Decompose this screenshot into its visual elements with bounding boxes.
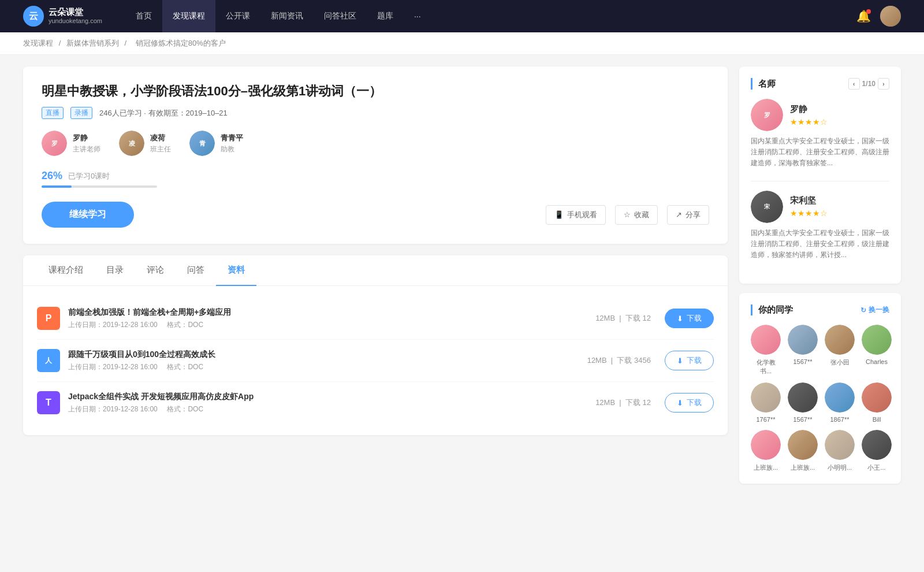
famous-teacher-1: 宋 宋利坚 ★★★★☆ 国内某重点大学安全工程专业硕士，国家一级注册消防工程师、… <box>751 191 889 261</box>
nav-news[interactable]: 新闻资讯 <box>260 0 314 32</box>
download-icon-2: ⬇ <box>677 399 683 407</box>
classmate-name-11: 小王... <box>867 463 885 472</box>
classmate-name-5: 1567** <box>793 416 812 423</box>
classmate-avatar-1[interactable] <box>788 325 818 355</box>
classmate-name-8: 上班族... <box>754 463 778 472</box>
phone-icon: 📱 <box>554 210 564 219</box>
resource-format-1: 格式：DOC <box>167 363 203 371</box>
resource-icon-0: P <box>37 307 60 330</box>
resource-info-0: 前端全栈加强版！前端全栈+全周期+多端应用 上传日期：2019-12-28 16… <box>68 307 595 330</box>
teacher-name-1: 凌荷 <box>150 133 171 143</box>
classmate-0: 化学教书... <box>751 325 781 376</box>
nav-quiz[interactable]: 题库 <box>367 0 404 32</box>
breadcrumb-series[interactable]: 新媒体营销系列 <box>66 39 119 47</box>
teacher-avatar-1: 凌 <box>119 131 144 156</box>
resource-title-1: 跟随千万级项目从0到100全过程高效成长 <box>68 350 587 360</box>
famous-teachers-title: 名师 <box>758 79 776 90</box>
classmate-avatar-7[interactable] <box>862 382 892 413</box>
famous-teacher-name-0: 罗静 <box>790 104 828 115</box>
classmate-avatar-10[interactable] <box>825 430 855 460</box>
teacher-linghe: 凌 凌荷 班主任 <box>119 131 171 156</box>
resource-stats-2: 12MB | 下载 12 <box>595 398 651 408</box>
classmates-card: 你的同学 ↻ 换一换 化学教书... 1567** <box>739 293 901 484</box>
teacher-page: 1/10 <box>862 80 875 88</box>
classmate-avatar-8[interactable] <box>751 430 781 460</box>
tab-qa[interactable]: 问答 <box>176 255 216 286</box>
resource-format-2: 格式：DOC <box>167 405 203 413</box>
classmate-avatar-11[interactable] <box>862 430 892 460</box>
continue-button[interactable]: 继续学习 <box>42 202 134 228</box>
breadcrumb-current: 销冠修炼术搞定80%的客户 <box>136 39 226 47</box>
logo-text: 云朵课堂 yunduoketang.com <box>49 7 102 25</box>
teacher-role-2: 助教 <box>221 144 243 154</box>
nav-qa[interactable]: 问答社区 <box>314 0 367 32</box>
resource-item: T Jetpack全组件实战 开发短视频应用高仿皮皮虾App 上传日期：2019… <box>37 382 714 424</box>
classmate-9: 上班族... <box>788 430 818 472</box>
classmate-avatar-5[interactable] <box>788 382 818 413</box>
refresh-icon: ↻ <box>860 306 866 314</box>
classmate-1: 1567** <box>788 325 818 376</box>
teacher-name-0: 罗静 <box>73 133 100 143</box>
download-button-1[interactable]: ⬇ 下载 <box>665 351 714 370</box>
resource-date-1: 上传日期：2019-12-28 16:00 <box>68 363 158 371</box>
classmate-7: Bill <box>862 382 892 423</box>
classmate-avatar-4[interactable] <box>751 382 781 413</box>
phone-watch-button[interactable]: 📱 手机观看 <box>546 205 606 225</box>
famous-teacher-stars-0: ★★★★☆ <box>790 117 828 127</box>
classmate-3: Charles <box>862 325 892 376</box>
teacher-role-0: 主讲老师 <box>73 144 100 154</box>
resource-info-1: 跟随千万级项目从0到100全过程高效成长 上传日期：2019-12-28 16:… <box>68 350 587 372</box>
next-teacher-button[interactable]: › <box>878 78 889 90</box>
nav-more[interactable]: ··· <box>404 0 431 32</box>
teacher-avatar-2: 青 <box>189 131 215 156</box>
tab-intro[interactable]: 课程介绍 <box>37 255 95 286</box>
progress-sub: 已学习0课时 <box>68 171 110 181</box>
classmate-name-10: 小明明... <box>828 463 852 472</box>
classmate-name-2: 张小田 <box>830 358 850 367</box>
resource-item: P 前端全栈加强版！前端全栈+全周期+多端应用 上传日期：2019-12-28 … <box>37 298 714 340</box>
progress-bar-fill <box>42 185 72 188</box>
bell-icon[interactable]: 🔔 <box>856 9 871 23</box>
resource-stats-0: 12MB | 下载 12 <box>595 313 651 324</box>
tabs-content: P 前端全栈加强版！前端全栈+全周期+多端应用 上传日期：2019-12-28 … <box>23 286 728 435</box>
course-teachers: 罗 罗静 主讲老师 凌 凌荷 班主任 <box>42 131 709 156</box>
course-card: 明星中教授课，小学阶段语法100分–强化级第1讲动词（一） 直播 录播 246人… <box>23 66 728 244</box>
collect-button[interactable]: ☆ 收藏 <box>615 205 658 225</box>
famous-teacher-0: 罗 罗静 ★★★★☆ 国内某重点大学安全工程专业硕士，国家一级注册消防工程师、注… <box>751 99 889 169</box>
resource-title-2: Jetpack全组件实战 开发短视频应用高仿皮皮虾App <box>68 392 595 402</box>
classmate-avatar-6[interactable] <box>825 382 855 413</box>
download-button-0[interactable]: ⬇ 下载 <box>665 309 714 328</box>
nav-open[interactable]: 公开课 <box>215 0 260 32</box>
star-icon: ☆ <box>624 210 631 219</box>
logo[interactable]: 云 云朵课堂 yunduoketang.com <box>23 6 102 27</box>
classmate-avatar-2[interactable] <box>825 325 855 355</box>
nav-discover[interactable]: 发现课程 <box>162 0 215 32</box>
nav-home[interactable]: 首页 <box>125 0 162 32</box>
classmate-6: 1867** <box>825 382 855 423</box>
famous-teacher-name-1: 宋利坚 <box>790 195 828 206</box>
classmate-avatar-9[interactable] <box>788 430 818 460</box>
prev-teacher-button[interactable]: ‹ <box>848 78 860 90</box>
famous-teachers-card: 名师 ‹ 1/10 › 罗 罗静 ★★★★☆ <box>739 66 901 284</box>
classmate-name-7: Bill <box>873 416 881 423</box>
classmate-avatar-0[interactable] <box>751 325 781 355</box>
teacher-name-2: 青青平 <box>221 133 243 143</box>
tab-catalog[interactable]: 目录 <box>95 255 135 286</box>
tab-comments[interactable]: 评论 <box>135 255 176 286</box>
share-button[interactable]: ↗ 分享 <box>667 205 709 225</box>
tab-resources[interactable]: 资料 <box>216 255 256 286</box>
refresh-classmates-button[interactable]: ↻ 换一换 <box>860 305 889 315</box>
download-button-2[interactable]: ⬇ 下载 <box>665 393 714 413</box>
download-icon-1: ⬇ <box>677 356 683 365</box>
user-avatar[interactable] <box>880 6 901 27</box>
tabs-nav: 课程介绍 目录 评论 问答 资料 <box>23 255 728 286</box>
resource-stats-1: 12MB | 下载 3456 <box>587 355 651 366</box>
breadcrumb-discover[interactable]: 发现课程 <box>23 39 53 47</box>
content-area: 明星中教授课，小学阶段语法100分–强化级第1讲动词（一） 直播 录播 246人… <box>23 66 728 493</box>
progress-pct: 26% <box>42 170 62 182</box>
classmate-name-3: Charles <box>866 358 888 365</box>
classmate-name-1: 1567** <box>793 358 812 365</box>
resource-format-0: 格式：DOC <box>167 321 203 329</box>
classmate-avatar-3[interactable] <box>862 325 892 355</box>
sidebar-area: 名师 ‹ 1/10 › 罗 罗静 ★★★★☆ <box>739 66 901 493</box>
